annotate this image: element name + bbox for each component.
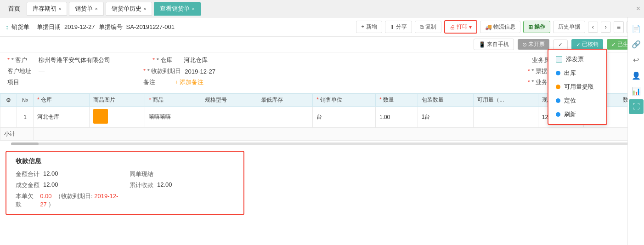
history-label: 历史单据	[558, 23, 580, 31]
deal-amount-value: 12.00	[43, 181, 58, 189]
operate-label: 操作	[534, 23, 545, 31]
form-row-1: * * 客户 柳州粤港平安气体有限公司 * * 仓库 河北仓库 业务员 演示账号	[7, 56, 637, 64]
already-voided-button[interactable]: ✓ 已核销	[571, 39, 603, 50]
current-owed-label: 本单欠款	[16, 192, 36, 209]
main-area: ↕ 销货单 单据日期 2019-12-27 单据编号 SA-20191227-0…	[0, 17, 644, 245]
add-button[interactable]: + 新增	[356, 21, 382, 33]
tab-home[interactable]: 首页	[4, 5, 25, 13]
cumulative-payment-item: 累计收款 12.00	[130, 181, 234, 189]
dropdown-item-add-invoice[interactable]: 添发票	[548, 52, 606, 66]
effective-icon: ✓	[611, 41, 616, 48]
print-button[interactable]: 🖨 打印 ▾	[444, 20, 477, 34]
sidebar-expand-icon[interactable]: ⛶	[629, 99, 644, 114]
sidebar-undo-icon[interactable]: ↩	[629, 52, 644, 67]
from-phone-button[interactable]: 📱 来自手机	[474, 39, 514, 50]
note-label: 备注	[143, 78, 171, 86]
share-icon: ⬆	[390, 24, 395, 30]
close-inventory-tab[interactable]: ×	[58, 6, 61, 11]
close-window[interactable]: ×	[636, 5, 640, 13]
prev-button[interactable]: ‹	[588, 22, 598, 33]
summary-grid: 金额合计 12.00 同单现结 — 成交金额 12.00 累计收款 12.00 …	[16, 170, 234, 209]
project-value: —	[39, 79, 112, 86]
number-label: 单据编号	[99, 23, 123, 31]
cumulative-payment-label: 累计收款	[130, 181, 153, 189]
check-icon: ✓	[558, 41, 563, 48]
next-button[interactable]: ›	[601, 22, 611, 33]
sidebar-user-icon[interactable]: 👤	[629, 68, 644, 83]
print-icon: 🖨	[450, 24, 455, 30]
history-button[interactable]: 历史单据	[553, 21, 585, 33]
refresh-label: 刷新	[564, 110, 576, 119]
close-view-sales-tab[interactable]: ×	[192, 6, 194, 11]
row-warehouse: 河北仓库	[34, 107, 90, 128]
right-sidebar: 📄 🔗 ↩ 👤 📊 ⛶	[627, 17, 644, 245]
check-button[interactable]: ✓	[553, 40, 568, 50]
logistics-label: 物流信息	[493, 23, 515, 31]
due-date-info: （收款到期日:	[55, 193, 94, 199]
refresh-dot	[556, 112, 560, 117]
current-owed-item: 本单欠款 0.00 （收款到期日: 2019-12-27 ）	[16, 192, 120, 209]
list-view-button[interactable]: ≡	[614, 21, 624, 33]
tab-view-sales[interactable]: 查看销货单 ×	[154, 2, 200, 16]
doc-type-icon: ↕	[6, 23, 9, 31]
amount-total-value: 12.00	[43, 170, 58, 178]
add-invoice-label: 添发票	[566, 55, 584, 63]
dropdown-item-refresh[interactable]: 刷新	[548, 108, 606, 121]
address-value: —	[39, 68, 112, 75]
not-open-icon: ⊙	[522, 41, 527, 48]
row-product: 嘻嘻嘻嘻	[145, 107, 201, 128]
same-order-settlement-label: 同单现结	[130, 170, 153, 178]
col-product-img: 商品图片	[89, 94, 145, 107]
amount-total-item: 金额合计 12.00	[16, 170, 120, 178]
close-sales-history-tab[interactable]: ×	[143, 6, 146, 11]
copy-button[interactable]: ⧉ 复制	[415, 21, 441, 33]
phone-icon: 📱	[479, 41, 486, 48]
locate-dot	[556, 98, 560, 103]
sidebar-doc-icon[interactable]: 📄	[629, 21, 644, 36]
operate-button[interactable]: ⊞ 操作	[523, 21, 550, 33]
copy-icon: ⧉	[420, 24, 424, 30]
row-min-stock	[257, 107, 313, 128]
col-product: * 商品	[145, 94, 201, 107]
warehouse-label: * * 仓库	[153, 56, 180, 64]
form-row-3: 项目 — 备注 添加备注 * * 业务员盂 —	[7, 78, 637, 86]
form-row-2: 客户地址 — * * 收款到期日 2019-12-27 * * 票据类型 不开票	[7, 67, 637, 75]
col-available: 可用量（...	[474, 94, 538, 107]
sidebar-chart-icon[interactable]: 📊	[629, 84, 644, 98]
col-min-stock: 最低库存	[257, 94, 313, 107]
tab-sales-history-label: 销货单历史	[112, 5, 141, 13]
dropdown-item-available[interactable]: 可用量提取	[548, 80, 606, 94]
dropdown-item-locate[interactable]: 定位	[548, 94, 606, 108]
deal-amount-item: 成交金额 12.00	[16, 181, 120, 189]
cumulative-payment-value: 12.00	[157, 181, 172, 189]
row-unit: 台	[313, 107, 376, 128]
same-order-settlement-value: —	[157, 170, 163, 178]
share-label: 分享	[396, 23, 407, 31]
tab-inventory[interactable]: 库存期初 ×	[27, 2, 67, 16]
available-label: 可用量提取	[564, 83, 594, 91]
not-open-label: 未开票	[528, 40, 545, 48]
tab-sales-history[interactable]: 销货单历史 ×	[106, 2, 152, 16]
outbound-dot	[556, 71, 560, 75]
add-note-button[interactable]: 添加备注	[175, 78, 203, 86]
not-open-button[interactable]: ⊙ 未开票	[518, 39, 549, 50]
close-sales-tab[interactable]: ×	[95, 6, 97, 11]
logistics-button[interactable]: 🚚 物流信息	[480, 21, 520, 33]
dropdown-item-outbound[interactable]: 出库	[548, 66, 606, 80]
subtotal-label: 小计	[0, 128, 34, 141]
tab-sales-label: 销货单	[75, 5, 93, 13]
col-warehouse: * 仓库	[34, 94, 90, 107]
tab-sales[interactable]: 销货单 ×	[69, 2, 103, 16]
already-voided-label: 已核销	[582, 40, 599, 48]
outbound-label: 出库	[564, 69, 576, 77]
horizontal-scrollbar[interactable]	[11, 142, 633, 145]
summary-title: 收款信息	[16, 157, 234, 165]
col-qty: * 数量	[375, 94, 418, 107]
col-num: №	[17, 94, 34, 107]
col-unit: * 销售单位	[313, 94, 376, 107]
print-label: 打印	[457, 23, 468, 31]
tab-inventory-label: 库存期初	[33, 5, 56, 13]
sidebar-link-icon[interactable]: 🔗	[629, 37, 644, 51]
share-button[interactable]: ⬆ 分享	[385, 21, 412, 33]
number-value: SA-20191227-001	[126, 23, 175, 30]
